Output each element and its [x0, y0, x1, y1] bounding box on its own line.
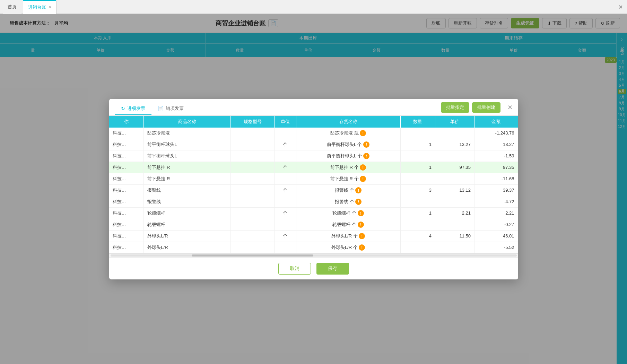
cell-price: 13.12	[435, 184, 474, 196]
th-spec: 规格型号	[231, 116, 274, 128]
cell-spec	[231, 128, 274, 139]
cell-qty: 1	[400, 139, 435, 150]
th-amount: 金额	[474, 116, 518, 128]
cell-qty	[400, 128, 435, 139]
cell-qty: 3	[400, 184, 435, 196]
th-unit: 单位	[274, 116, 296, 128]
cell-product-name: 前平衡杆球头L	[144, 150, 231, 162]
scrollbar-track	[111, 254, 517, 257]
tab-incoming-invoice[interactable]: ↻ 进项发票	[115, 103, 151, 115]
cell-unit: 个	[274, 162, 296, 173]
cell-qty	[400, 219, 435, 230]
cancel-button[interactable]: 取消	[278, 263, 311, 275]
tab-ledger-label: 进销台账	[28, 4, 46, 10]
cell-inventory: 防冻冷却液 瓶 !	[296, 128, 400, 139]
cell-unit: 个	[274, 230, 296, 242]
cell-inventory: 前下悬挂 R 个 !	[296, 162, 400, 173]
cell-unit: 个	[274, 184, 296, 196]
table-row: 科技…防冻冷却液防冻冷却液 瓶 !-1,243.76	[109, 128, 518, 139]
cell-price: 13.27	[435, 139, 474, 150]
cell-unit	[274, 128, 296, 139]
cell-product-name: 报警线	[144, 196, 231, 207]
cell-price	[435, 196, 474, 207]
cell-product-name: 轮毂螺杆	[144, 207, 231, 219]
th-price: 单价	[435, 116, 474, 128]
cell-inventory: 轮毂螺杆 个 !	[296, 219, 400, 230]
cell-inventory: 外球头L/R 个 !	[296, 242, 400, 253]
cell-spec	[231, 230, 274, 242]
dialog-table-wrapper[interactable]: 你 商品名称 规格型号 单位 存货名称 数量 单价 金额 科技…防冻冷却液防冻冷…	[109, 116, 518, 253]
cell-product-name: 前平衡杆球头L	[144, 139, 231, 150]
scrollbar-thumb[interactable]	[192, 254, 314, 257]
dialog-scrollbar[interactable]	[109, 253, 518, 258]
tab-home[interactable]: 首页	[3, 0, 21, 14]
cell-inventory: 前平衡杆球头L 个 !	[296, 150, 400, 162]
warning-icon: !	[359, 233, 365, 239]
th-inventory-name: 存货名称	[296, 116, 400, 128]
cell-qty	[400, 150, 435, 162]
cell-amount: 39.37	[474, 184, 518, 196]
cell-spec	[231, 196, 274, 207]
save-button[interactable]: 保存	[316, 263, 349, 275]
invoice-dialog: ↻ 进项发票 📄 销项发票 批量指定 批量创建 ✕	[109, 99, 518, 279]
cell-unit	[274, 242, 296, 253]
cell-product-name: 防冻冷却液	[144, 128, 231, 139]
cell-unit: 个	[274, 207, 296, 219]
cell-amount: -4.72	[474, 196, 518, 207]
tab-ledger[interactable]: 进销台账 ✕	[23, 0, 56, 14]
cell-price: 11.50	[435, 230, 474, 242]
cell-qty	[400, 196, 435, 207]
cell-company: 科技…	[109, 173, 144, 184]
cell-product-name: 轮毂螺杆	[144, 219, 231, 230]
window-close-button[interactable]: ✕	[618, 3, 623, 10]
warning-icon: !	[363, 153, 369, 159]
table-row: 科技…外球头L/R个外球头L/R 个 !411.5046.01	[109, 230, 518, 242]
cell-company: 科技…	[109, 230, 144, 242]
cell-price	[435, 173, 474, 184]
outgoing-invoice-label: 销项发票	[166, 105, 184, 112]
cell-inventory: 轮毂螺杆 个 !	[296, 207, 400, 219]
outgoing-invoice-icon: 📄	[158, 106, 164, 111]
cell-product-name: 前下悬挂 R	[144, 173, 231, 184]
warning-icon: !	[358, 210, 364, 216]
cell-price	[435, 128, 474, 139]
cell-amount: 2.21	[474, 207, 518, 219]
cell-amount: -1,243.76	[474, 128, 518, 139]
cell-product-name: 外球头L/R	[144, 242, 231, 253]
table-row: 科技…报警线报警线 个 !-4.72	[109, 196, 518, 207]
cell-unit	[274, 196, 296, 207]
table-row: 科技…前下悬挂 R个前下悬挂 R 个 !197.3597.35	[109, 162, 518, 173]
cell-unit	[274, 219, 296, 230]
cell-unit	[274, 150, 296, 162]
warning-icon: !	[360, 176, 366, 182]
table-row: 科技…前平衡杆球头L前平衡杆球头L 个 !-1.59	[109, 150, 518, 162]
cell-spec	[231, 219, 274, 230]
cell-spec	[231, 184, 274, 196]
table-row: 科技…轮毂螺杆轮毂螺杆 个 !-0.27	[109, 219, 518, 230]
cell-product-name: 外球头L/R	[144, 230, 231, 242]
tab-bar: 首页 进销台账 ✕ ✕	[0, 0, 627, 14]
tab-close-icon[interactable]: ✕	[48, 5, 51, 9]
cell-amount: -1.59	[474, 150, 518, 162]
cell-price	[435, 219, 474, 230]
table-row: 科技…报警线个报警线 个 !313.1239.37	[109, 184, 518, 196]
th-product-name: 商品名称	[144, 116, 231, 128]
cell-inventory: 报警线 个 !	[296, 184, 400, 196]
tab-home-label: 首页	[8, 4, 17, 10]
warning-icon: !	[355, 199, 362, 205]
batch-assign-button[interactable]: 批量指定	[441, 102, 469, 113]
cell-company: 科技…	[109, 139, 144, 150]
cell-product-name: 前下悬挂 R	[144, 162, 231, 173]
th-company: 你	[109, 116, 144, 128]
cell-qty: 4	[400, 230, 435, 242]
tab-outgoing-invoice[interactable]: 📄 销项发票	[151, 103, 190, 115]
cell-company: 科技…	[109, 162, 144, 173]
incoming-invoice-icon: ↻	[121, 106, 125, 111]
cell-unit: 个	[274, 139, 296, 150]
batch-create-button[interactable]: 批量创建	[472, 102, 500, 113]
th-qty: 数量	[400, 116, 435, 128]
table-row: 科技…外球头L/R外球头L/R 个 !-5.52	[109, 242, 518, 253]
dialog-close-button[interactable]: ✕	[507, 104, 513, 111]
warning-icon: !	[355, 187, 362, 193]
cell-qty: 1	[400, 162, 435, 173]
